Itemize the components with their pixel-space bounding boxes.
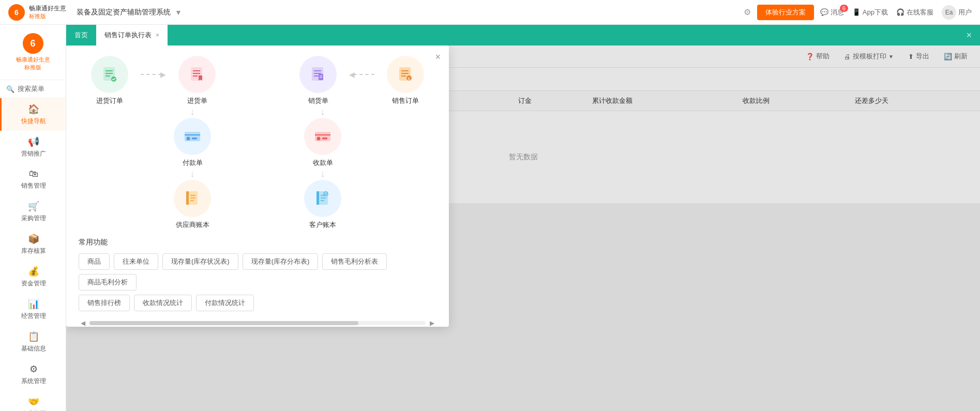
message-btn[interactable]: 💬 消息 6 [820, 8, 844, 17]
sidebar-logo-icon: 6 [23, 33, 43, 54]
sales-order-flow-label: 销售订单 [392, 96, 419, 105]
supplier-ledger-circle [174, 180, 211, 217]
payment-slip-circle [174, 118, 211, 155]
customer-ledger-flow-label: 客户账本 [309, 220, 336, 230]
scroll-right-btn[interactable]: ▶ [428, 319, 436, 327]
purchase-slip-flow-node[interactable]: 进货单 [166, 56, 228, 105]
logo-area: 6 畅康通好生意 标推版 [8, 4, 70, 21]
enterprise-icon: 🤝 [28, 396, 39, 407]
app-download-label: App下载 [863, 8, 888, 17]
svg-text:$: $ [408, 77, 411, 81]
close-all-icon[interactable]: × [966, 30, 972, 40]
sidebar-item-inventory[interactable]: 📦 库存核算 [0, 228, 66, 261]
sidebar-label-sales: 销售管理 [21, 181, 46, 190]
sales-icon: 🛍 [29, 169, 38, 179]
svg-rect-36 [316, 191, 319, 205]
sidebar-item-enterprise[interactable]: 🤝 企业协同 [0, 391, 66, 411]
sidebar-item-purchase[interactable]: 🛒 采购管理 [0, 195, 66, 228]
func-btn-payment-stats[interactable]: 收款情况统计 [134, 295, 192, 311]
customer-ledger-flow-node[interactable]: 客户账本 [304, 180, 341, 230]
search-menu-label: 搜索菜单 [18, 84, 44, 94]
scrollbar-thumb [89, 321, 358, 325]
sales-order-circle: $ [387, 56, 424, 93]
tab-close-btn[interactable]: × [156, 32, 159, 39]
func-btn-product-profit[interactable]: 商品毛利分析 [79, 274, 137, 291]
app-download-btn[interactable]: 📱 App下载 [852, 8, 888, 17]
svg-point-33 [317, 137, 321, 141]
finance-icon: 💰 [28, 266, 39, 277]
receipt-slip-flow-node[interactable]: 收款单 [304, 118, 341, 168]
modal-close-btn[interactable]: × [435, 52, 441, 63]
arrow-down-customer: ↓ [321, 168, 325, 180]
sidebar-label-base-info: 基础信息 [21, 344, 46, 353]
settings-icon[interactable]: ⚙ [744, 7, 751, 17]
flow-arrow-1: ▶ [141, 70, 166, 91]
online-service-btn[interactable]: 🎧 在线客服 [896, 8, 933, 17]
purchase-order-flow-node[interactable]: 进货订单 [79, 56, 141, 105]
top-bar: 6 畅康通好生意 标推版 装备及固定资产辅助管理系统 ▼ ⚙ 体验行业方案 💬 … [0, 0, 980, 25]
payment-col: ↓ 付款单 ↓ 供应商账本 [161, 105, 223, 230]
quick-nav-icon: 🏠 [28, 103, 39, 115]
sidebar: 6 畅康通好生意 标推版 🔍 搜索菜单 🏠 快捷导航 📢 营销推广 🛍 销售管理 [0, 25, 66, 411]
svg-rect-13 [319, 74, 323, 80]
func-btn-sales-ranking[interactable]: 销售排行榜 [79, 295, 130, 311]
user-area[interactable]: Ea 用户 [942, 5, 972, 20]
sidebar-label-finance: 资金管理 [21, 279, 46, 288]
sidebar-item-system[interactable]: ⚙ 系统管理 [0, 358, 66, 391]
purchase-slip-flow-label: 进货单 [187, 96, 207, 105]
payment-slip-flow-node[interactable]: 付款单 [174, 118, 211, 168]
func-btn-inventory-dist[interactable]: 现存量(库存分布表) [243, 253, 319, 270]
sidebar-item-sales[interactable]: 🛍 销售管理 [0, 163, 66, 195]
supplier-ledger-flow-label: 供应商账本 [176, 220, 209, 230]
search-menu-btn[interactable]: 🔍 搜索菜单 [0, 80, 66, 98]
sidebar-item-marketing[interactable]: 📢 营销推广 [0, 131, 66, 163]
tab-home[interactable]: 首页 [66, 25, 96, 45]
top-right: 💬 消息 6 📱 App下载 🎧 在线客服 Ea 用户 [820, 5, 972, 20]
common-functions-title: 常用功能 [79, 238, 436, 247]
purchase-icon: 🛒 [28, 201, 39, 212]
func-btn-contacts[interactable]: 往来单位 [114, 253, 158, 270]
message-badge: 6 [840, 5, 848, 12]
app-container: 6 畅康通好生意 标推版 装备及固定资产辅助管理系统 ▼ ⚙ 体验行业方案 💬 … [0, 0, 980, 411]
sidebar-item-operations[interactable]: 📊 经营管理 [0, 293, 66, 326]
sidebar-label-marketing: 营销推广 [21, 149, 46, 158]
sidebar-item-quick-nav[interactable]: 🏠 快捷导航 [0, 98, 66, 131]
base-info-icon: 📋 [28, 331, 39, 342]
function-buttons-row-2: 销售排行榜 收款情况统计 付款情况统计 [79, 295, 436, 311]
tab-sales-order[interactable]: 销售订单执行表 × [96, 25, 168, 45]
sales-slip-flow-node[interactable]: 销货单 [287, 56, 349, 105]
tab-bar: 首页 销售订单执行表 × × [66, 25, 980, 45]
func-btn-sales-profit[interactable]: 销售毛利分析表 [322, 253, 387, 270]
purchase-order-flow-label: 进货订单 [96, 96, 123, 105]
sidebar-logo-subtext: 畅康通好生意 [16, 56, 50, 64]
supplier-ledger-flow-node[interactable]: 供应商账本 [174, 180, 211, 230]
common-functions: 常用功能 商品 往来单位 现存量(库存状况表) 现存量(库存分布表) 销售毛利分… [79, 238, 436, 311]
message-icon: 💬 [820, 8, 828, 16]
sales-slip-circle [299, 56, 337, 93]
arrow-down-supplier: ↓ [190, 168, 195, 180]
page-content: ❓ 帮助 🖨 按模板打印 ▼ ⬆ 导出 🔄 刷新 [66, 45, 980, 411]
scroll-left-btn[interactable]: ◀ [79, 319, 87, 327]
modal-scrollbar: ◀ ▶ [79, 319, 436, 327]
sales-order-flow-node[interactable]: $ 销售订单 [374, 56, 436, 105]
search-icon: 🔍 [6, 85, 14, 93]
system-title-text: 装备及固定资产辅助管理系统 [77, 8, 171, 17]
svg-rect-25 [192, 138, 197, 140]
func-btn-expense-stats[interactable]: 付款情况统计 [196, 295, 254, 311]
func-btn-inventory-status[interactable]: 现存量(库存状况表) [162, 253, 238, 270]
flow-middle-row: ↓ 付款单 ↓ 供应商账本 [79, 105, 436, 230]
func-btn-product[interactable]: 商品 [79, 253, 110, 270]
customer-ledger-circle [304, 180, 341, 217]
payment-slip-flow-label: 付款单 [183, 158, 203, 168]
phone-icon: 📱 [852, 8, 861, 16]
system-icon: ⚙ [29, 363, 38, 375]
purchase-order-circle [91, 56, 128, 93]
trial-btn[interactable]: 体验行业方案 [757, 5, 814, 20]
sidebar-item-base-info[interactable]: 📋 基础信息 [0, 326, 66, 358]
scrollbar-track[interactable] [89, 321, 426, 325]
svg-rect-34 [322, 138, 327, 140]
sidebar-item-finance[interactable]: 💰 资金管理 [0, 261, 66, 293]
tab-bar-close-all[interactable]: × [966, 30, 980, 41]
marketing-icon: 📢 [28, 136, 39, 147]
app-logo-icon: 6 [8, 4, 25, 21]
